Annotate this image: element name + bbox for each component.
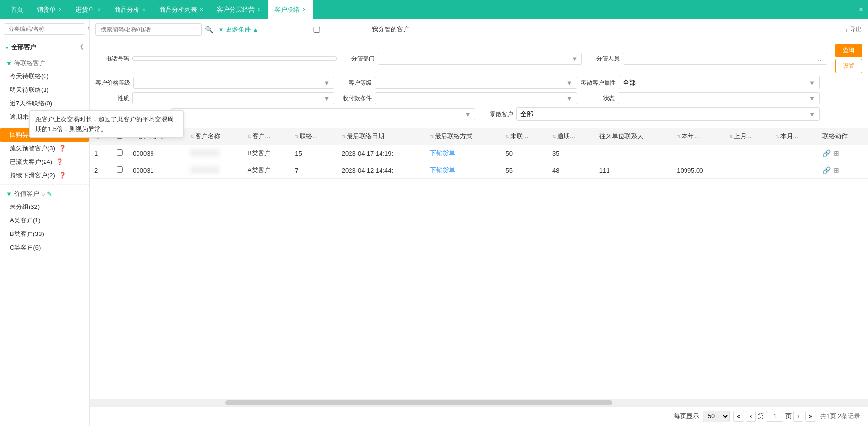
more-conditions-btn[interactable]: ▼ 更多条件 ▲ bbox=[218, 25, 259, 34]
customer-type-input[interactable]: ▼ bbox=[171, 108, 475, 120]
tab-sales-label: 销货单 bbox=[37, 5, 56, 14]
row1-last-way[interactable]: 下销货单 bbox=[425, 145, 501, 162]
scroll-thumb[interactable] bbox=[225, 400, 612, 405]
gender-input[interactable]: ▼ bbox=[132, 92, 334, 104]
col-this-year[interactable]: 本年... bbox=[672, 128, 724, 145]
sidebar-item-lost-warning[interactable]: 流失预警客户(3) ❓ bbox=[0, 142, 89, 155]
sidebar-item-c-class[interactable]: C类客户(6) bbox=[0, 241, 89, 254]
dept-input[interactable]: ▼ bbox=[378, 53, 582, 65]
col-last-month[interactable]: 上月... bbox=[724, 128, 771, 145]
per-page-select[interactable]: 50 100 200 bbox=[703, 411, 730, 422]
table-row: 1 000039 B类客户 15 2023-04-17 14:19: 下销货单 … bbox=[90, 145, 868, 162]
price-level-input[interactable]: ▼ bbox=[133, 77, 334, 89]
col-contacts-label: 往来单位联系人 bbox=[599, 132, 643, 140]
price-level-field: 客户价格等级 ▼ bbox=[95, 77, 334, 89]
col-last-date[interactable]: 最后联络日期 bbox=[337, 128, 426, 145]
sidebar-item-b-class[interactable]: B类客户(33) bbox=[0, 227, 89, 241]
row1-checkbox[interactable] bbox=[112, 145, 128, 162]
row2-checkbox[interactable] bbox=[112, 162, 128, 179]
sidebar-item-a-class[interactable]: A类客户(1) bbox=[0, 214, 89, 227]
tab-sales[interactable]: 销货单 × bbox=[30, 0, 69, 19]
value-arrow-icon: ▼ bbox=[6, 191, 12, 198]
my-customers-check[interactable] bbox=[263, 27, 370, 33]
collapse-sidebar-icon[interactable]: 《 bbox=[77, 43, 83, 52]
tab-product-list[interactable]: 商品分析列表 × bbox=[152, 0, 210, 19]
my-customers-label: 我分管的客户 bbox=[372, 25, 410, 34]
edit-icon[interactable]: ✎ bbox=[47, 191, 52, 198]
col-name[interactable]: 客户名称 bbox=[185, 128, 243, 145]
retail-customer-input[interactable]: 全部 ▼ bbox=[516, 107, 820, 121]
tab-product-list-label: 商品分析列表 bbox=[159, 5, 197, 14]
close-tab-customer-contact[interactable]: × bbox=[303, 6, 306, 13]
pay-condition-input[interactable]: ▼ bbox=[375, 92, 577, 104]
person-input[interactable]: ... bbox=[623, 53, 827, 65]
sidebar-search-input[interactable] bbox=[4, 23, 85, 35]
row1-select[interactable] bbox=[117, 149, 123, 156]
page-input[interactable] bbox=[766, 411, 783, 422]
value-customer-section: ▼ 价值客户 ○ ✎ bbox=[0, 187, 89, 200]
col-uncontacted[interactable]: 未联... bbox=[501, 128, 548, 145]
close-tab-customer-tier[interactable]: × bbox=[258, 6, 261, 13]
col-overdue[interactable]: 逾期... bbox=[548, 128, 594, 145]
sidebar-item-tomorrow[interactable]: 明天待联络(1) bbox=[0, 83, 89, 97]
sidebar-item-today[interactable]: 今天待联络(0) bbox=[0, 70, 89, 83]
total-records: 共1页 2条记录 bbox=[820, 412, 860, 421]
pending-group-label[interactable]: ▼ 待联络客户 bbox=[0, 56, 89, 70]
search-icon-btn[interactable]: 🔍 bbox=[205, 26, 213, 33]
prev-page-btn[interactable]: ‹ bbox=[746, 411, 756, 422]
tab-product-analysis-label: 商品分析 bbox=[114, 5, 139, 14]
circle-icon[interactable]: ○ bbox=[41, 191, 45, 198]
row2-grid-icon[interactable]: ⊞ bbox=[834, 166, 839, 174]
tooltip-text: 距客户上次交易时长，超过了此客户的平均交易周期的1.5倍，则视为异常。 bbox=[90, 116, 174, 132]
export-btn[interactable]: ↑ 导出 bbox=[845, 25, 863, 34]
window-close-button[interactable]: × bbox=[859, 5, 863, 14]
tab-customer-contact[interactable]: 客户联络 × bbox=[268, 0, 313, 19]
settings-button[interactable]: 设置 bbox=[835, 59, 862, 73]
gender-arrow-icon: ▼ bbox=[323, 95, 330, 102]
col-contact[interactable]: 联络... bbox=[290, 128, 337, 145]
close-tab-product-list[interactable]: × bbox=[200, 6, 203, 13]
tab-purchase[interactable]: 进货单 × bbox=[69, 0, 107, 19]
sidebar-item-ungroups[interactable]: 未分组(32) bbox=[0, 200, 89, 214]
col-last-way[interactable]: 最后联络方式 bbox=[425, 128, 501, 145]
top-nav: 首页 销货单 × 进货单 × 商品分析 × 商品分析列表 × 客户分层经营 × … bbox=[0, 0, 868, 19]
row2-overdue: 48 bbox=[548, 162, 594, 179]
row1-grid-icon[interactable]: ⊞ bbox=[834, 149, 839, 157]
customer-type-arrow-icon: ▼ bbox=[465, 111, 471, 118]
sidebar-item-7days[interactable]: 近7天待联络(0) bbox=[0, 97, 89, 110]
sidebar-item-declining[interactable]: 持续下滑客户(2) ❓ bbox=[0, 169, 89, 182]
sidebar-item-lost[interactable]: 已流失客户(24) ❓ bbox=[0, 155, 89, 169]
tab-home[interactable]: 首页 bbox=[4, 0, 30, 19]
close-tab-purchase[interactable]: × bbox=[97, 6, 101, 13]
status-input[interactable]: ▼ bbox=[618, 92, 820, 104]
col-this-month[interactable]: 本月... bbox=[771, 128, 818, 145]
row2-actions: 🔗 ⊞ bbox=[818, 162, 868, 179]
row1-link-icon[interactable]: 🔗 bbox=[822, 149, 831, 157]
query-button[interactable]: 查询 bbox=[835, 44, 862, 57]
phone-input[interactable] bbox=[132, 56, 337, 61]
horizontal-scrollbar[interactable] bbox=[90, 399, 868, 406]
tab-customer-tier[interactable]: 客户分层经营 × bbox=[210, 0, 268, 19]
content-area: 🔍 ▼ 更多条件 ▲ 我分管的客户 ↑ 导出 电话号码 bbox=[90, 19, 868, 426]
col-contacts[interactable]: 往来单位联系人 bbox=[594, 128, 672, 145]
customer-level-input[interactable]: ▼ bbox=[375, 77, 577, 89]
close-tab-sales[interactable]: × bbox=[59, 6, 62, 13]
col-level[interactable]: 客户... bbox=[243, 128, 290, 145]
row2-select[interactable] bbox=[117, 166, 123, 173]
next-page-btn[interactable]: › bbox=[793, 411, 803, 422]
retail-attr-arrow-icon: ▼ bbox=[809, 79, 815, 87]
first-page-btn[interactable]: « bbox=[733, 411, 745, 422]
price-level-arrow-icon: ▼ bbox=[323, 79, 330, 87]
my-customers-checkbox[interactable]: 我分管的客户 bbox=[263, 25, 410, 34]
search-input[interactable] bbox=[95, 23, 202, 36]
row2-last-way[interactable]: 下销货单 bbox=[425, 162, 501, 179]
close-tab-product-analysis[interactable]: × bbox=[142, 6, 146, 13]
tab-product-analysis[interactable]: 商品分析 × bbox=[107, 0, 152, 19]
filter-actions: 查询 设置 bbox=[835, 44, 862, 73]
row2-uncontacted: 55 bbox=[501, 162, 548, 179]
sidebar-all-customers-title[interactable]: ▪ 全部客户 《 bbox=[0, 39, 89, 56]
last-page-btn[interactable]: » bbox=[805, 411, 816, 422]
retail-attr-input[interactable]: 全部 ▼ bbox=[619, 76, 820, 89]
row2-link-icon[interactable]: 🔗 bbox=[822, 166, 831, 174]
row1-no: 1 bbox=[90, 145, 112, 162]
